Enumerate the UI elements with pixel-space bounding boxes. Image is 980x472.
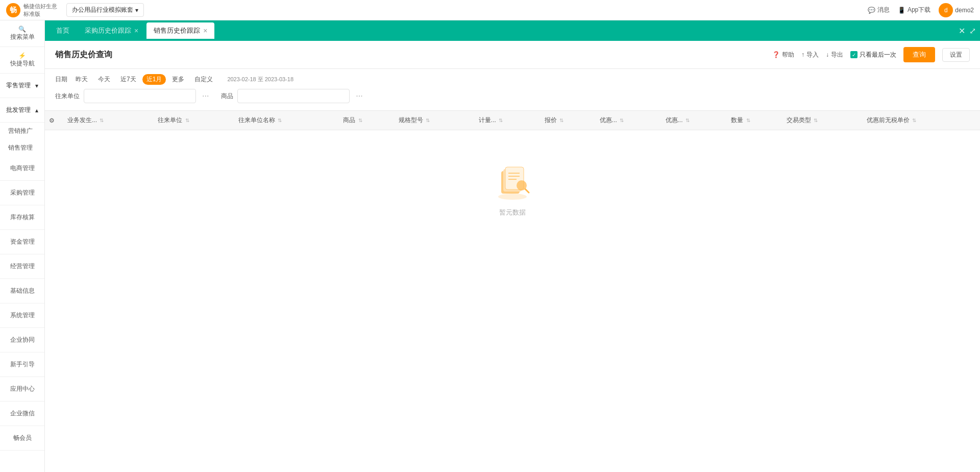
sort-icon-trade-type: ⇅ [814, 117, 818, 123]
nav-icon: ⚡ [18, 52, 26, 59]
th-discount2[interactable]: 优惠... ⇅ [662, 111, 727, 130]
import-action[interactable]: ↑ 导入 [801, 51, 819, 59]
sidebar-item-retail-mgmt[interactable]: 零售管理 ▾ [0, 74, 44, 98]
gear-icon[interactable]: ⚙ [49, 117, 55, 124]
th-spec[interactable]: 规格型号 ⇅ [395, 111, 475, 130]
chevron-right-icon: ▾ [35, 82, 38, 89]
sidebar-item-finance[interactable]: 资金管理 [0, 230, 44, 254]
tab-sales-history[interactable]: 销售历史价跟踪 × [146, 22, 214, 39]
sidebar-item-member[interactable]: 畅会员 [0, 426, 44, 451]
date-btn-1month[interactable]: 近1月 [142, 74, 166, 85]
th-trade-type[interactable]: 交易类型 ⇅ [782, 111, 863, 130]
th-partner-name[interactable]: 往来单位名称 ⇅ [234, 111, 339, 130]
sidebar-item-sales-mgmt[interactable]: 销售管理 [0, 139, 44, 156]
only-last-checkbox-area[interactable]: ✓ 只看最后一次 [850, 51, 896, 59]
filter-row: 日期 昨天 今天 近7天 近1月 更多 自定义 2023-02-18 至 202… [55, 74, 970, 85]
top-bar-left: 畅 畅捷信好生意 标准版 办公用品行业模拟账套 ▾ [6, 3, 144, 17]
sidebar: 🔍 搜索菜单 ⚡ 快捷导航 零售管理 ▾ 批发管理 ▴ 营销推广 销售管理 电商… [0, 20, 45, 472]
date-btn-yesterday[interactable]: 昨天 [71, 74, 92, 85]
date-filter: 日期 昨天 今天 近7天 近1月 更多 自定义 [55, 74, 217, 85]
th-quote[interactable]: 报价 ⇅ [541, 111, 596, 130]
tab-home[interactable]: 首页 [49, 22, 77, 39]
chevron-down-icon: ▴ [35, 107, 38, 114]
sidebar-item-inventory[interactable]: 库存核算 [0, 205, 44, 230]
svg-line-8 [525, 189, 529, 193]
goods-filter: 商品 ··· [221, 89, 364, 103]
empty-state: 暂元数据 [45, 130, 980, 248]
maximize-icon[interactable]: ⤢ [969, 26, 976, 36]
sort-icon-biz-date: ⇅ [100, 117, 104, 123]
query-button[interactable]: 查询 [903, 47, 935, 62]
th-unit[interactable]: 计量... ⇅ [475, 111, 541, 130]
message-action[interactable]: 💬 消息 [868, 6, 890, 14]
sidebar-item-quick-nav[interactable]: ⚡ 快捷导航 [0, 47, 44, 74]
th-pre-discount-price[interactable]: 优惠前无税单价 ⇅ [863, 111, 980, 130]
sort-icon-partner: ⇅ [185, 117, 189, 123]
download-icon: 📱 [898, 7, 905, 14]
export-icon: ↓ [826, 51, 829, 58]
sidebar-item-wholesale-mgmt[interactable]: 批发管理 ▴ [0, 98, 44, 123]
filter-row-2: 往来单位 ··· 商品 ··· [55, 89, 970, 103]
setting-button[interactable]: 设置 [942, 48, 970, 62]
sidebar-item-operations[interactable]: 经营管理 [0, 254, 44, 279]
date-btn-today[interactable]: 今天 [94, 74, 114, 85]
page-title: 销售历史价查询 [55, 50, 112, 60]
app-selector[interactable]: 办公用品行业模拟账套 ▾ [66, 3, 144, 17]
date-range-display: 2023-02-18 至 2023-03-18 [227, 76, 293, 83]
sidebar-item-marketing[interactable]: 营销推广 [0, 123, 44, 139]
page-header: 销售历史价查询 ❓ 帮助 ↑ 导入 ↓ 导出 ✓ [45, 41, 980, 69]
data-table: ⚙ 业务发生... ⇅ 往来单位 ⇅ 往来单位名称 [45, 111, 980, 130]
sort-icon-partner-name: ⇅ [278, 117, 282, 123]
help-icon: ❓ [772, 51, 780, 58]
logo-icon: 畅 [6, 3, 20, 17]
sort-icon-quote: ⇅ [559, 117, 564, 123]
page-content: 销售历史价查询 ❓ 帮助 ↑ 导入 ↓ 导出 ✓ [45, 41, 980, 472]
th-biz-date[interactable]: 业务发生... ⇅ [63, 111, 154, 130]
sidebar-item-ecommerce[interactable]: 电商管理 [0, 156, 44, 181]
date-btn-more[interactable]: 更多 [168, 74, 188, 85]
close-tab-icon[interactable]: ✕ [959, 26, 965, 36]
sort-icon-discount2: ⇅ [685, 117, 690, 123]
sidebar-item-enterprise-collab[interactable]: 企业协同 [0, 328, 44, 352]
logo-area: 畅 畅捷信好生意 标准版 [6, 3, 57, 17]
top-bar-right: 💬 消息 📱 App下载 d demo2 [868, 3, 974, 17]
tab-purchase-history[interactable]: 采购历史价跟踪 × [78, 22, 145, 39]
user-profile[interactable]: d demo2 [939, 3, 974, 17]
tabs-actions: ✕ ⤢ [959, 26, 976, 36]
sidebar-item-basic-info[interactable]: 基础信息 [0, 279, 44, 303]
th-goods[interactable]: 商品 ⇅ [339, 111, 394, 130]
import-icon: ↑ [801, 51, 804, 58]
sidebar-item-wechat-work[interactable]: 企业微信 [0, 402, 44, 426]
sidebar-item-beginner-guide[interactable]: 新手引导 [0, 352, 44, 377]
th-discount1[interactable]: 优惠... ⇅ [596, 111, 662, 130]
sidebar-item-search-menu[interactable]: 🔍 搜索菜单 [0, 20, 44, 47]
date-btn-custom[interactable]: 自定义 [190, 74, 217, 85]
help-action[interactable]: ❓ 帮助 [772, 51, 794, 59]
date-range-btns: 昨天 今天 近7天 近1月 更多 自定义 [71, 74, 217, 85]
th-partner[interactable]: 往来单位 ⇅ [154, 111, 234, 130]
partner-dots-icon[interactable]: ··· [200, 91, 211, 101]
sort-icon-quantity: ⇅ [746, 117, 750, 123]
sidebar-item-system[interactable]: 系统管理 [0, 303, 44, 328]
main-layout: 🔍 搜索菜单 ⚡ 快捷导航 零售管理 ▾ 批发管理 ▴ 营销推广 销售管理 电商… [0, 20, 980, 472]
tabs-bar: 首页 采购历史价跟踪 × 销售历史价跟踪 × ✕ ⤢ [45, 20, 980, 41]
date-btn-7days[interactable]: 近7天 [116, 74, 140, 85]
tab-purchase-close-icon[interactable]: × [134, 27, 138, 35]
sort-icon-spec: ⇅ [426, 117, 430, 123]
chevron-down-icon: ▾ [135, 7, 138, 14]
sidebar-item-app-center[interactable]: 应用中心 [0, 377, 44, 402]
empty-illustration [492, 161, 533, 202]
sidebar-item-purchase[interactable]: 采购管理 [0, 181, 44, 205]
checkbox-icon: ✓ [850, 51, 857, 58]
message-icon: 💬 [868, 7, 875, 14]
svg-point-0 [498, 194, 527, 200]
export-action[interactable]: ↓ 导出 [826, 51, 843, 59]
goods-dots-icon[interactable]: ··· [354, 91, 364, 101]
th-quantity[interactable]: 数量 ⇅ [727, 111, 782, 130]
goods-input[interactable] [237, 89, 350, 103]
partner-input[interactable] [84, 89, 196, 103]
content-area: 首页 采购历史价跟踪 × 销售历史价跟踪 × ✕ ⤢ 销售历史价查询 [45, 20, 980, 472]
filter-bar: 日期 昨天 今天 近7天 近1月 更多 自定义 2023-02-18 至 202… [45, 69, 980, 111]
tab-sales-close-icon[interactable]: × [203, 27, 207, 35]
app-download-action[interactable]: 📱 App下载 [898, 6, 930, 14]
